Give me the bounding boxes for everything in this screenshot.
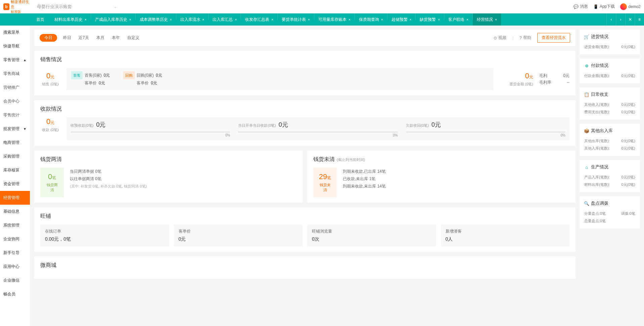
sidebar-item[interactable]: 系统管理 (0, 218, 30, 232)
view-flow-button[interactable]: 查看经营流水 (537, 33, 570, 43)
nav-tab[interactable]: 可用量库存账本× (314, 13, 355, 26)
close-icon[interactable]: × (308, 18, 310, 22)
close-icon[interactable]: × (349, 18, 351, 22)
close-icon[interactable]: × (129, 18, 131, 22)
summary-title: 🔍盘点调拨 (584, 200, 635, 206)
sidebar-item[interactable]: 基础信息 (0, 205, 30, 218)
repeat-customer-badge: 回购 (123, 71, 135, 79)
sidebar-item[interactable]: 快捷导航 (0, 39, 30, 53)
sidebar-item[interactable]: 零售管理▲ (0, 53, 30, 67)
filter-link[interactable]: 昨日 (63, 35, 71, 41)
nav-tab[interactable]: 出入库流水× (176, 13, 209, 26)
nav-tab[interactable]: 收发存汇总表× (241, 13, 277, 26)
return-amount: 0元 退货金额 (0笔) (500, 72, 533, 87)
close-icon[interactable]: × (202, 18, 204, 22)
navbar: 首页 材料出库单历史×产成品入库单历史×成本调整单历史×出入库流水×出入库汇总×… (0, 13, 644, 26)
receipt-amount: 0元 收款 (0笔) (40, 117, 60, 132)
summary-title: 🛒进货情况 (584, 34, 635, 40)
filter-link[interactable]: 自定义 (127, 35, 139, 41)
profit-box: 毛利 0元 毛利率 -- (539, 72, 569, 86)
sidebar-item[interactable]: 会员中心 (0, 94, 30, 108)
qh-clear-count: 0笔 钱货两清 (40, 168, 64, 197)
chevron-down-icon: ⌄ (113, 4, 117, 9)
summary-card: 📋日常收支其他收入(笔数):0元(0笔)费用支出(笔数):0元(0笔) (580, 87, 640, 120)
sidebar-item[interactable]: 搜索菜单 (0, 26, 30, 39)
filter-link[interactable]: 本月 (96, 35, 104, 41)
nav-tab[interactable]: 出入库汇总× (209, 13, 241, 26)
sidebar-item[interactable]: 零售统计 (0, 108, 30, 122)
stock-icon: 📦 (584, 128, 589, 133)
close-icon[interactable]: × (381, 18, 383, 22)
filter-today[interactable]: 今日 (40, 34, 57, 42)
logo-icon: b (3, 3, 9, 10)
caret-icon: ▼ (23, 127, 27, 131)
summary-line: 分量盘点:0笔调拨:0笔 (584, 210, 635, 217)
nav-tab[interactable]: 缺货预警× (416, 13, 444, 26)
close-icon[interactable]: × (466, 18, 468, 22)
sidebar-item[interactable]: 营销推广 (0, 81, 30, 94)
close-icon[interactable]: × (85, 18, 87, 22)
sidebar-item[interactable]: 资金管理 (0, 177, 30, 191)
sidebar-item[interactable]: 企业协同 (0, 232, 30, 246)
close-icon[interactable]: × (438, 18, 440, 22)
nav-tab[interactable]: 经营情况× (473, 13, 501, 26)
sidebar-item[interactable]: 新手引导 (0, 246, 30, 260)
micro-mall-card: 微商城 (34, 256, 576, 279)
close-icon[interactable]: × (235, 18, 237, 22)
sidebar-item[interactable]: 经营管理 (0, 191, 30, 205)
close-icon[interactable]: × (271, 18, 273, 22)
close-icon[interactable]: × (170, 18, 172, 22)
nav-tab[interactable]: 要货单统计表× (278, 13, 314, 26)
help-link[interactable]: ?帮助 (519, 35, 531, 41)
sidebar-item[interactable]: 采购管理 (0, 150, 30, 163)
video-link[interactable]: ⊙视频 (494, 35, 506, 41)
qh-unclear-detail: 到期未收款,已出库 14笔 已收款,未出库 1笔 到期未收款,未出库 14笔 (343, 168, 569, 190)
qh-unclear-title: 钱货未清(截止到当前时间) (313, 156, 569, 163)
qh-unclear-count: 29笔 钱货未清 (313, 168, 337, 197)
user-menu[interactable]: demo2 (620, 3, 641, 10)
nav-menu[interactable]: ≡ (635, 13, 644, 26)
receipt-item: 当日开单当日收款(0笔)0元0% (234, 117, 402, 140)
sidebar-item[interactable]: 库存核算 (0, 163, 30, 177)
close-icon[interactable]: × (495, 18, 497, 22)
sidebar-item[interactable]: 畅会员 (0, 287, 30, 301)
filter-link[interactable]: 近7天 (79, 35, 89, 41)
nav-tab[interactable]: 保质期查询× (355, 13, 387, 26)
nav-tab[interactable]: 成本调整单历史× (136, 13, 176, 26)
nav-scroll-left[interactable]: ‹ (606, 13, 616, 26)
app-download-link[interactable]: 📱 App下载 (593, 4, 615, 9)
summary-line: 付款金额(笔数):0元(0笔) (584, 72, 635, 79)
sidebar-item[interactable]: 批发管理▼ (0, 122, 30, 136)
summary-line: 费用支出(笔数):0元(0笔) (584, 108, 635, 116)
summary-line: 其他收入(笔数):0元(0笔) (584, 101, 635, 108)
money-goods-clear-card: 钱货两清 0笔 钱货两清 当日两清单据 0笔 以往单据两清 0笔 (其中: 补发… (34, 151, 303, 203)
nav-tab[interactable]: 客户联络× (444, 13, 472, 26)
nav-close-all[interactable]: ✕ (625, 13, 635, 26)
prod-icon: ⌂ (584, 165, 589, 169)
sidebar-item[interactable]: 零售商城 (0, 67, 30, 81)
nav-tab[interactable]: 产成品入库单历史× (91, 13, 135, 26)
receipt-title: 收款情况 (40, 106, 569, 113)
receipt-card: 收款情况 0元 收款 (0笔) 收预收款(0笔)0元0%当日开单当日收款(0笔)… (34, 100, 576, 146)
summary-line: 材料出库(笔数):0元(0笔) (584, 181, 635, 188)
messages-link[interactable]: 💬 消息 (573, 4, 588, 9)
sidebar-item[interactable]: 应用中心 (0, 260, 30, 274)
sales-title: 销售情况 (40, 56, 569, 63)
topbar-right: 💬 消息 📱 App下载 demo2 (573, 3, 641, 10)
account-selector[interactable]: 母婴行业演示账套 ⌄ (37, 4, 573, 10)
sidebar-item[interactable]: 企业微信 (0, 274, 30, 287)
topbar: b 畅捷通好生意 标准版 母婴行业演示账套 ⌄ 💬 消息 📱 App下载 dem… (0, 0, 644, 13)
close-icon[interactable]: × (410, 18, 412, 22)
nav-tab[interactable]: 超储预警× (387, 13, 416, 26)
shop-stat: 客单价0元 (174, 225, 303, 246)
nav-scroll-right[interactable]: › (616, 13, 625, 26)
filter-link[interactable]: 本年 (112, 35, 120, 41)
sales-breakdown: 首客首客(0家)0元 客单价0元 回购回购(0家)0元 客单价0元 (66, 68, 494, 90)
sidebar-item[interactable]: 电商管理 (0, 136, 30, 150)
nav-tab[interactable]: 材料出库单历史× (50, 13, 91, 26)
summary-line: 进货金额(笔数):0元(0笔) (584, 43, 635, 50)
nav-home[interactable]: 首页 (30, 13, 50, 26)
qh-clear-detail: 当日两清单据 0笔 以往单据两清 0笔 (其中: 补发货 0笔, 补齐欠款 0笔… (70, 168, 296, 190)
summary-card: ⌂生产情况产品入库(笔数):0元(0笔)材料出库(笔数):0元(0笔) (580, 160, 640, 192)
sales-amount: 0元 销售 (0笔) (40, 72, 60, 87)
